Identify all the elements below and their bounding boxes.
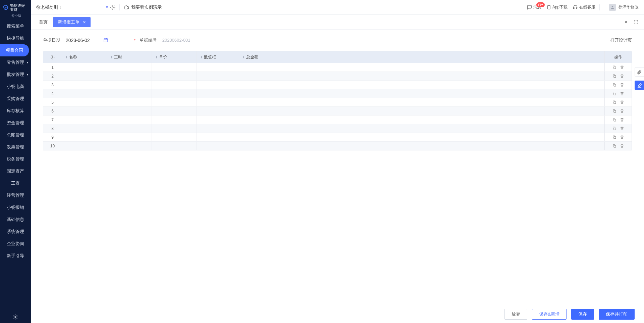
cell-time[interactable] bbox=[107, 81, 152, 89]
cell-price[interactable] bbox=[152, 124, 197, 133]
sidebar-item-10[interactable]: 发票管理 bbox=[0, 141, 31, 153]
delete-row-button[interactable] bbox=[620, 74, 624, 78]
delete-row-button[interactable] bbox=[620, 135, 624, 139]
cell-time[interactable] bbox=[107, 107, 152, 115]
cell-total[interactable] bbox=[239, 63, 605, 72]
cell-numval[interactable] bbox=[197, 89, 239, 98]
cell-total[interactable] bbox=[239, 124, 605, 133]
tab-new-worksheet[interactable]: 新增报工单 ✕ bbox=[53, 17, 91, 27]
sidebar-item-4[interactable]: 批发管理▼ bbox=[0, 68, 31, 81]
cell-price[interactable] bbox=[152, 81, 197, 89]
business-selector[interactable]: 徐老板勿删！ ▼ bbox=[36, 4, 110, 10]
copy-row-button[interactable] bbox=[612, 118, 616, 122]
cell-name[interactable] bbox=[62, 98, 107, 106]
sidebar-item-14[interactable]: 经营管理 bbox=[0, 189, 31, 201]
cell-time[interactable] bbox=[107, 98, 152, 106]
cell-price[interactable] bbox=[152, 107, 197, 115]
sidebar-item-17[interactable]: 系统管理 bbox=[0, 226, 31, 238]
sidebar-item-7[interactable]: 库存核算 bbox=[0, 105, 31, 117]
cell-total[interactable] bbox=[239, 116, 605, 124]
cell-price[interactable] bbox=[152, 72, 197, 80]
cell-total[interactable] bbox=[239, 81, 605, 89]
cell-price[interactable] bbox=[152, 142, 197, 150]
sidebar-item-2[interactable]: 项目合同 bbox=[0, 44, 29, 56]
cell-time[interactable] bbox=[107, 63, 152, 72]
copy-row-button[interactable] bbox=[612, 91, 616, 96]
cell-price[interactable] bbox=[152, 89, 197, 98]
cell-name[interactable] bbox=[62, 142, 107, 150]
col-name[interactable]: ▲▼名称 bbox=[62, 51, 107, 63]
cell-name[interactable] bbox=[62, 81, 107, 89]
cell-time[interactable] bbox=[107, 116, 152, 124]
col-numval[interactable]: ▲▼数值框 bbox=[197, 51, 239, 63]
cell-numval[interactable] bbox=[197, 81, 239, 89]
cell-total[interactable] bbox=[239, 72, 605, 80]
cell-price[interactable] bbox=[152, 98, 197, 106]
cell-total[interactable] bbox=[239, 89, 605, 98]
cell-numval[interactable] bbox=[197, 116, 239, 124]
cell-numval[interactable] bbox=[197, 142, 239, 150]
sidebar-item-6[interactable]: 采购管理 bbox=[0, 93, 31, 105]
messages-button[interactable]: 消息 99+ bbox=[527, 4, 541, 10]
cell-name[interactable] bbox=[62, 124, 107, 133]
cell-name[interactable] bbox=[62, 63, 107, 72]
copy-row-button[interactable] bbox=[612, 144, 616, 148]
copy-row-button[interactable] bbox=[612, 83, 616, 87]
sidebar-item-5[interactable]: 小畅电商 bbox=[0, 81, 31, 93]
save-and-new-button[interactable]: 保存&新增 bbox=[532, 309, 567, 320]
delete-row-button[interactable] bbox=[620, 144, 624, 148]
sidebar-item-11[interactable]: 税务管理 bbox=[0, 153, 31, 165]
sidebar-item-9[interactable]: 总账管理 bbox=[0, 129, 31, 141]
sidebar-item-0[interactable]: 搜索菜单 bbox=[0, 20, 31, 32]
cell-numval[interactable] bbox=[197, 107, 239, 115]
delete-row-button[interactable] bbox=[620, 100, 624, 104]
fullscreen-button[interactable] bbox=[631, 17, 641, 27]
settings-button[interactable] bbox=[0, 311, 31, 323]
cell-total[interactable] bbox=[239, 98, 605, 106]
cell-name[interactable] bbox=[62, 133, 107, 141]
attachment-button[interactable] bbox=[635, 67, 644, 77]
demo-link[interactable]: 我要看实例演示 bbox=[124, 4, 162, 10]
sidebar-item-1[interactable]: 快捷导航 bbox=[0, 32, 31, 44]
save-button[interactable]: 保存 bbox=[571, 309, 594, 320]
delete-row-button[interactable] bbox=[620, 65, 624, 70]
cell-total[interactable] bbox=[239, 133, 605, 141]
save-and-print-button[interactable]: 保存并打印 bbox=[599, 309, 635, 320]
sidebar-item-19[interactable]: 新手引导 bbox=[0, 250, 31, 262]
cell-name[interactable] bbox=[62, 107, 107, 115]
sidebar-item-3[interactable]: 零售管理▼ bbox=[0, 56, 31, 68]
user-menu[interactable]: 徐泽华修改 bbox=[609, 4, 639, 11]
col-time[interactable]: ▲▼工时 bbox=[107, 51, 152, 63]
col-total[interactable]: ▲▼总金额 bbox=[239, 51, 605, 63]
copy-row-button[interactable] bbox=[612, 109, 616, 113]
delete-row-button[interactable] bbox=[620, 126, 624, 131]
number-field[interactable]: 20230602-001 bbox=[160, 35, 207, 45]
cell-total[interactable] bbox=[239, 107, 605, 115]
cell-numval[interactable] bbox=[197, 124, 239, 133]
date-field[interactable]: 2023-06-02 bbox=[64, 35, 110, 45]
sidebar-item-12[interactable]: 固定资产 bbox=[0, 165, 31, 177]
tabs-close-button[interactable]: ✕ bbox=[621, 17, 631, 27]
cell-name[interactable] bbox=[62, 116, 107, 124]
sidebar-item-8[interactable]: 资金管理 bbox=[0, 117, 31, 129]
edit-rail-button[interactable] bbox=[635, 81, 644, 90]
cell-price[interactable] bbox=[152, 116, 197, 124]
copy-row-button[interactable] bbox=[612, 135, 616, 139]
tab-home[interactable]: 首页 bbox=[34, 17, 52, 27]
cell-numval[interactable] bbox=[197, 98, 239, 106]
delete-row-button[interactable] bbox=[620, 91, 624, 96]
cell-name[interactable] bbox=[62, 72, 107, 80]
copy-row-button[interactable] bbox=[612, 74, 616, 78]
copy-row-button[interactable] bbox=[612, 126, 616, 131]
gear-icon[interactable] bbox=[110, 5, 115, 10]
cell-numval[interactable] bbox=[197, 72, 239, 80]
discard-button[interactable]: 放弃 bbox=[504, 309, 527, 320]
cell-time[interactable] bbox=[107, 89, 152, 98]
cell-numval[interactable] bbox=[197, 63, 239, 72]
cell-time[interactable] bbox=[107, 124, 152, 133]
col-price[interactable]: ▲▼单价 bbox=[152, 51, 197, 63]
cell-time[interactable] bbox=[107, 142, 152, 150]
delete-row-button[interactable] bbox=[620, 118, 624, 122]
delete-row-button[interactable] bbox=[620, 109, 624, 113]
sidebar-item-18[interactable]: 企业协同 bbox=[0, 238, 31, 250]
